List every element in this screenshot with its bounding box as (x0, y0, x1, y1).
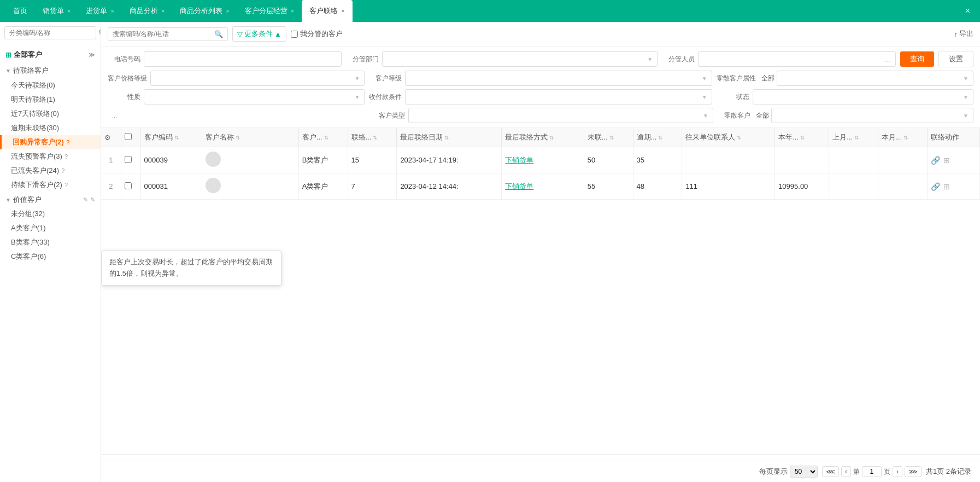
last-method-link-2[interactable]: 下销货单 (505, 182, 533, 190)
nav-sales-order[interactable]: 销货单 × (35, 0, 78, 22)
row-contact-person-1 (682, 147, 775, 173)
manager-input[interactable]: ... (698, 51, 896, 67)
close-customer-tiering-icon[interactable]: × (291, 8, 294, 14)
retail-attr-select[interactable]: ▼ (777, 71, 973, 86)
horizontal-scrollbar[interactable] (101, 454, 980, 461)
sidebar-all-customers-header[interactable]: ⊞ 全部客户 ≫ (0, 47, 101, 63)
value-edit-icon2[interactable]: ✎ (90, 196, 95, 204)
my-customers-checkbox[interactable] (291, 31, 298, 38)
nav-product-analysis-list[interactable]: 商品分析列表 × (172, 0, 237, 22)
export-button[interactable]: ↑ 导出 (954, 29, 974, 39)
payment-select[interactable]: ▼ (405, 89, 712, 104)
row-2-checkbox[interactable] (125, 182, 132, 189)
chevron-down-icon-9: ▼ (703, 113, 708, 119)
churned-help-icon[interactable]: ? (61, 167, 64, 174)
sidebar-item-b-class[interactable]: B类客户(33) (0, 235, 101, 249)
sort-contact-count-icon[interactable]: ⇅ (373, 135, 377, 141)
sidebar-search-input[interactable] (4, 26, 96, 39)
first-page-button[interactable]: ⋘ (822, 466, 839, 477)
more-filter-link[interactable]: ... (112, 112, 117, 119)
sort-overdue-icon[interactable]: ⇅ (658, 135, 662, 141)
sidebar-item-c-class[interactable]: C类客户(6) (0, 249, 101, 264)
window-close-button[interactable]: × (961, 4, 975, 18)
sidebar-item-declining[interactable]: 持续下滑客户(2) ? (0, 178, 101, 192)
set-button[interactable]: 设置 (938, 51, 973, 67)
row-1-checkbox[interactable] (125, 156, 132, 163)
price-level-filter-field: 客户价格等级 ▼ (108, 71, 365, 86)
contact-action-icon-2[interactable]: 🔗 (931, 182, 940, 191)
sidebar-item-today-pending[interactable]: 今天待联络(0) (0, 78, 101, 92)
edit-icon[interactable]: ✎ (83, 196, 88, 204)
prev-page-button[interactable]: ‹ (841, 466, 851, 477)
sort-name-icon[interactable]: ⇅ (236, 135, 240, 141)
last-method-link-1[interactable]: 下销货单 (505, 156, 533, 164)
nature-select[interactable]: ▼ (144, 89, 365, 104)
sort-contact-person-icon[interactable]: ⇅ (737, 135, 741, 141)
sidebar-item-ungrouped[interactable]: 未分组(32) (0, 207, 101, 221)
declining-help-icon[interactable]: ? (64, 182, 68, 188)
select-all-checkbox[interactable] (125, 133, 132, 140)
close-product-analysis-icon[interactable]: × (161, 8, 165, 14)
row-code-1: 000039 (140, 147, 202, 173)
search-icon[interactable]: 🔍 (214, 30, 223, 38)
sort-type-icon[interactable]: ⇅ (324, 135, 328, 141)
row-last-month-1 (829, 147, 878, 173)
retail-customer-select[interactable]: ▼ (771, 108, 973, 123)
chevron-up-icon: ▲ (274, 30, 281, 38)
avatar-2 (206, 178, 221, 193)
my-customers-checkbox-label[interactable]: 我分管的客户 (291, 29, 343, 39)
search-input[interactable] (113, 30, 212, 38)
sort-no-contact-icon[interactable]: ⇅ (609, 135, 614, 141)
sidebar-collapse-icon[interactable]: ≫ (89, 51, 95, 59)
per-page-select[interactable]: 50 20 100 (790, 466, 818, 478)
last-page-button[interactable]: ⋙ (905, 466, 922, 477)
customer-level-select[interactable]: ▼ (405, 71, 712, 86)
sort-last-month-icon[interactable]: ⇅ (854, 135, 859, 141)
close-product-analysis-list-icon[interactable]: × (226, 8, 229, 14)
close-purchase-order-icon[interactable]: × (110, 8, 114, 14)
status-filter-field: 状态 ▼ (717, 89, 973, 104)
sidebar-item-churn-warning[interactable]: 流失预警客户(3) ? (0, 149, 101, 164)
next-page-button[interactable]: › (893, 466, 902, 477)
more-action-icon-1[interactable]: ⊞ (943, 156, 950, 165)
sort-code-icon[interactable]: ⇅ (174, 135, 179, 141)
churn-help-icon[interactable]: ? (64, 153, 68, 160)
col-last-contact-method-header: 最后联络方式 ⇅ (502, 128, 584, 147)
status-select[interactable]: ▼ (753, 89, 973, 104)
nav-product-analysis[interactable]: 商品分析 × (122, 0, 172, 22)
per-page-area: 每页显示 50 20 100 (759, 466, 818, 478)
chevron-down-icon-10: ▼ (963, 113, 969, 119)
row-last-date-2: 2023-04-12 14:44: (397, 173, 502, 200)
anomaly-help-icon[interactable]: ? (66, 139, 70, 146)
sidebar-item-tomorrow-pending[interactable]: 明天待联络(1) (0, 92, 101, 107)
more-conditions-button[interactable]: ▽ 更多条件 ▲ (232, 26, 286, 42)
customer-type-select[interactable]: ▼ (408, 108, 713, 123)
sort-this-year-icon[interactable]: ⇅ (800, 135, 805, 141)
nav-home[interactable]: 首页 (5, 0, 35, 22)
more-action-icon-2[interactable]: ⊞ (943, 182, 950, 191)
contact-action-icon-1[interactable]: 🔗 (931, 156, 940, 165)
settings-icon[interactable]: ⚙ (104, 133, 111, 142)
sort-last-method-icon[interactable]: ⇅ (549, 135, 554, 141)
nav-purchase-order[interactable]: 进货单 × (78, 0, 121, 22)
sidebar-item-repurchase-anomaly[interactable]: 回购异常客户(2) ? (0, 135, 101, 149)
sidebar-item-churned[interactable]: 已流失客户(24) ? (0, 164, 101, 178)
sidebar-item-a-class[interactable]: A类客户(1) (0, 221, 101, 235)
price-level-select[interactable]: ▼ (150, 71, 365, 86)
query-button[interactable]: 查询 (900, 51, 934, 67)
sidebar-value-group[interactable]: ▼ 价值客户 ✎ ✎ (0, 192, 101, 207)
close-sales-order-icon[interactable]: × (67, 8, 71, 14)
sidebar-pending-section[interactable]: ▼ 待联络客户 (0, 63, 101, 78)
total-records-info: 共1页 2条记录 (926, 467, 971, 477)
sort-this-month-icon[interactable]: ⇅ (903, 135, 908, 141)
chevron-down-icon-5: ▼ (963, 76, 969, 82)
page-number-input[interactable] (862, 466, 882, 477)
sidebar-item-7day-pending[interactable]: 近7天待联络(0) (0, 107, 101, 121)
nav-customer-contact[interactable]: 客户联络 × (302, 0, 352, 22)
nav-customer-tiering[interactable]: 客户分层经营 × (237, 0, 302, 22)
sort-last-date-icon[interactable]: ⇅ (444, 135, 449, 141)
sidebar-item-overdue-pending[interactable]: 逾期未联络(30) (0, 121, 101, 135)
dept-select[interactable]: ▼ (382, 51, 658, 67)
phone-input[interactable] (144, 51, 342, 67)
close-customer-contact-icon[interactable]: × (341, 8, 344, 14)
